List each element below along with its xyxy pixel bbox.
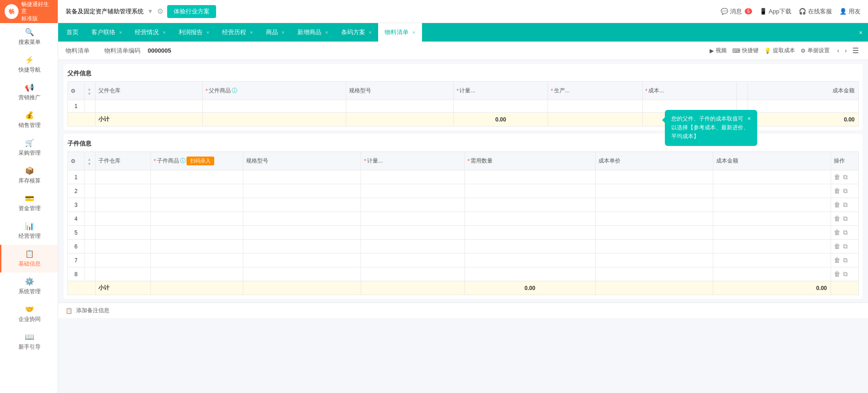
sidebar-item-purchase[interactable]: 🛒 采购管理 bbox=[0, 134, 58, 162]
child-row-unit-price[interactable] bbox=[595, 226, 713, 240]
copy-row-button[interactable]: ⧉ bbox=[843, 201, 848, 209]
settings-icon[interactable]: ⚙ bbox=[157, 7, 163, 16]
sidebar-item-guide[interactable]: 📖 新手引导 bbox=[0, 328, 58, 356]
page-prev-button[interactable]: ‹ bbox=[835, 46, 841, 55]
child-row-qty[interactable] bbox=[464, 184, 595, 198]
tab-customer[interactable]: 客户联络 × bbox=[85, 23, 128, 42]
online-service-button[interactable]: 🎧 在线客服 bbox=[799, 7, 832, 16]
delete-row-button[interactable]: 🗑 bbox=[834, 187, 840, 195]
child-row-unit[interactable] bbox=[361, 226, 465, 240]
delete-row-button[interactable]: 🗑 bbox=[834, 256, 840, 264]
copy-row-button[interactable]: ⧉ bbox=[843, 187, 848, 195]
child-row-product[interactable] bbox=[151, 184, 243, 198]
child-row-qty[interactable] bbox=[464, 267, 595, 281]
child-row-unit[interactable] bbox=[361, 254, 465, 267]
tab-newgoods-close[interactable]: × bbox=[325, 30, 328, 35]
child-row-unit[interactable] bbox=[361, 240, 465, 254]
child-row-product[interactable] bbox=[151, 212, 243, 226]
tab-business-close[interactable]: × bbox=[163, 30, 165, 35]
child-row-unit-price[interactable] bbox=[595, 184, 713, 198]
sidebar-item-sales[interactable]: 💰 销售管理 bbox=[0, 106, 58, 134]
child-row-unit[interactable] bbox=[361, 170, 465, 184]
page-next-button[interactable]: › bbox=[843, 46, 849, 55]
child-row-qty[interactable] bbox=[464, 198, 595, 212]
child-row-unit-price[interactable] bbox=[595, 267, 713, 281]
gear-settings-icon[interactable]: ⚙ bbox=[71, 88, 76, 94]
tab-customer-close[interactable]: × bbox=[119, 30, 122, 35]
child-gear-icon[interactable]: ⚙ bbox=[71, 158, 76, 164]
tooltip-close-button[interactable]: × bbox=[747, 115, 751, 123]
delete-row-button[interactable]: 🗑 bbox=[834, 173, 840, 181]
delete-row-button[interactable]: 🗑 bbox=[834, 215, 840, 223]
child-row-product[interactable] bbox=[151, 170, 243, 184]
message-button[interactable]: 💬 消息 6 bbox=[721, 7, 752, 16]
note-text[interactable]: 添加备注信息 bbox=[76, 307, 109, 314]
tab-newgoods[interactable]: 新增商品 × bbox=[291, 23, 334, 42]
tab-goods[interactable]: 商品 × bbox=[259, 23, 291, 42]
sidebar-item-system[interactable]: ⚙️ 系统管理 bbox=[0, 272, 58, 300]
view-video-button[interactable]: ▶ 视频 bbox=[710, 47, 727, 54]
copy-row-button[interactable]: ⧉ bbox=[843, 256, 848, 264]
doc-settings-button[interactable]: ⚙ 单据设置 bbox=[801, 47, 830, 54]
cost-extract-button[interactable]: 💡 提取成本 bbox=[764, 47, 795, 54]
tab-bom-close[interactable]: × bbox=[412, 30, 415, 35]
tab-barcode-close[interactable]: × bbox=[369, 30, 372, 35]
child-row-spec[interactable] bbox=[243, 212, 361, 226]
copy-row-button[interactable]: ⧉ bbox=[843, 242, 848, 250]
user-menu-button[interactable]: 👤 用友 bbox=[839, 7, 861, 16]
child-row-unit[interactable] bbox=[361, 198, 465, 212]
sidebar-item-enterprise[interactable]: 🤝 企业协同 bbox=[0, 300, 58, 328]
child-row-spec[interactable] bbox=[243, 184, 361, 198]
child-row-warehouse[interactable] bbox=[96, 254, 151, 267]
child-row-qty[interactable] bbox=[464, 240, 595, 254]
child-row-warehouse[interactable] bbox=[96, 226, 151, 240]
copy-row-button[interactable]: ⧉ bbox=[843, 270, 848, 278]
app-download-button[interactable]: 📱 App下载 bbox=[760, 7, 791, 16]
child-row-unit[interactable] bbox=[361, 267, 465, 281]
close-tab-button[interactable]: × bbox=[855, 29, 866, 36]
parent-row-spec[interactable] bbox=[346, 100, 453, 113]
tab-barcode[interactable]: 条码方案 × bbox=[335, 23, 378, 42]
child-row-warehouse[interactable] bbox=[96, 170, 151, 184]
shortcut-button[interactable]: ⌨ 快捷键 bbox=[732, 47, 759, 54]
delete-row-button[interactable]: 🗑 bbox=[834, 201, 840, 209]
sidebar-item-finance[interactable]: 💳 资金管理 bbox=[0, 189, 58, 217]
child-row-warehouse[interactable] bbox=[96, 184, 151, 198]
child-row-qty[interactable] bbox=[464, 226, 595, 240]
parent-row-unit[interactable] bbox=[453, 100, 548, 113]
tab-history[interactable]: 经营历程 × bbox=[216, 23, 259, 42]
parent-row-warehouse[interactable] bbox=[96, 100, 203, 113]
child-row-product[interactable] bbox=[151, 226, 243, 240]
page-list-button[interactable]: ☰ bbox=[850, 45, 861, 56]
child-row-unit[interactable] bbox=[361, 212, 465, 226]
copy-row-button[interactable]: ⧉ bbox=[843, 229, 848, 236]
child-row-unit-price[interactable] bbox=[595, 212, 713, 226]
copy-row-button[interactable]: ⧉ bbox=[843, 173, 848, 181]
tab-profit-close[interactable]: × bbox=[206, 30, 209, 35]
breadcrumb-bom[interactable]: 物料清单 bbox=[66, 47, 90, 55]
tab-bom[interactable]: 物料清单 × bbox=[378, 23, 422, 42]
child-row-unit-price[interactable] bbox=[595, 254, 713, 267]
sidebar-item-quicknav[interactable]: ⚡ 快捷导航 bbox=[0, 51, 58, 79]
child-row-product[interactable] bbox=[151, 198, 243, 212]
child-row-qty[interactable] bbox=[464, 254, 595, 267]
sidebar-item-inventory[interactable]: 📦 库存核算 bbox=[0, 162, 58, 189]
scan-input-button[interactable]: 扫码录入 bbox=[187, 157, 214, 165]
delete-row-button[interactable]: 🗑 bbox=[834, 270, 840, 278]
parent-row-produce[interactable] bbox=[548, 100, 642, 113]
sidebar-item-marketing[interactable]: 📢 营销推广 bbox=[0, 79, 58, 106]
child-row-spec[interactable] bbox=[243, 226, 361, 240]
delete-row-button[interactable]: 🗑 bbox=[834, 229, 840, 236]
child-row-spec[interactable] bbox=[243, 254, 361, 267]
tab-history-close[interactable]: × bbox=[250, 30, 253, 35]
child-row-product[interactable] bbox=[151, 240, 243, 254]
sidebar-item-ops[interactable]: 📊 经营管理 bbox=[0, 217, 58, 245]
child-row-qty[interactable] bbox=[464, 212, 595, 226]
trial-button[interactable]: 体验行业方案 bbox=[167, 5, 216, 18]
child-row-warehouse[interactable] bbox=[96, 267, 151, 281]
child-row-spec[interactable] bbox=[243, 170, 361, 184]
sidebar-item-basic[interactable]: 📋 基础信息 bbox=[0, 245, 58, 272]
child-row-unit-price[interactable] bbox=[595, 198, 713, 212]
tab-home[interactable]: 首页 bbox=[60, 23, 85, 42]
tab-profit[interactable]: 利润报告 × bbox=[172, 23, 216, 42]
